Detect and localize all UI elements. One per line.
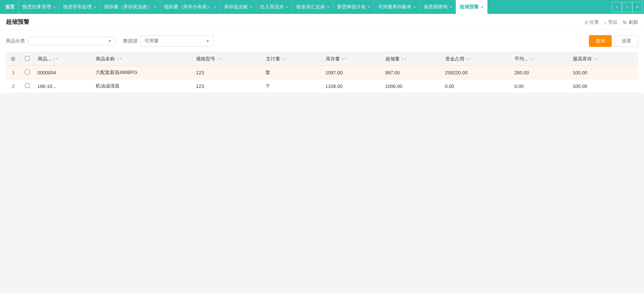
nav-pick-exception[interactable]: 拣货异常处理 ×: [59, 0, 100, 14]
nav-shelf-life[interactable]: 保质期查询 ×: [420, 0, 456, 14]
table-header-row: ⚙ 商品... ▲▼ 商品名称: [6, 52, 638, 66]
th-unit[interactable]: 主计量 ▲▼: [262, 52, 322, 66]
cell-unit: 个: [262, 79, 322, 93]
row-index: 2: [6, 79, 21, 93]
nav-close-arrow[interactable]: ×: [632, 2, 643, 12]
cell-spec: 123: [193, 66, 262, 79]
query-button[interactable]: 查询: [589, 35, 612, 47]
category-select[interactable]: ▼: [28, 37, 116, 45]
nav-overstock[interactable]: 超储预警 ×: [456, 0, 487, 14]
close-batch-account[interactable]: ×: [250, 5, 252, 9]
row-checkbox[interactable]: [25, 70, 30, 74]
th-avg[interactable]: 平均... ▲▼: [511, 52, 569, 66]
table-row: 2 186-10... 机油滤清器 123 个 1106.00 1006.00 …: [6, 79, 638, 93]
nav-available-account[interactable]: 可用量库存账本 ×: [374, 0, 420, 14]
export-button[interactable]: ↓ 导出: [604, 19, 618, 26]
cell-overstock: 997.00: [381, 66, 441, 79]
cell-max-stock: 100.00: [569, 66, 638, 79]
nav-prev-arrow[interactable]: ‹: [612, 2, 622, 12]
nav-stock-dist[interactable]: 现存量（库存分布表） ×: [160, 0, 220, 14]
sort-product-code-icon: ▲▼: [52, 58, 58, 60]
cell-product-code: 0000004: [34, 66, 92, 79]
table-container: ⚙ 商品... ▲▼ 商品名称: [0, 52, 644, 93]
datasource-filter: 数据源 可用量 ▼: [123, 36, 214, 47]
nav-receive-summary[interactable]: 收发存汇总表 ×: [293, 0, 333, 14]
row-checkbox-cell: [21, 79, 34, 93]
close-stock-dist[interactable]: ×: [214, 5, 216, 9]
topbar-nav-arrows: ‹ › ×: [612, 2, 643, 12]
cell-stock: 1106.00: [322, 79, 381, 93]
th-spec[interactable]: 规格型号 ▲▼: [193, 52, 262, 66]
export-icon: ↓: [604, 19, 607, 25]
share-button[interactable]: ⎋ 分享: [585, 19, 599, 26]
nav-home[interactable]: 首页: [1, 0, 19, 14]
sort-spec-icon: ▲▼: [217, 58, 223, 60]
cell-max-stock: 100.00: [569, 79, 638, 93]
sort-avg-icon: ▲▼: [530, 58, 535, 60]
th-product-name[interactable]: 商品名称 ▲▼: [92, 52, 193, 66]
cell-capital: 0.00: [441, 79, 511, 93]
close-inout-flow[interactable]: ×: [286, 5, 288, 9]
header-actions: ⎋ 分享 ↓ 导出 ↻ 刷新: [585, 19, 638, 26]
cell-product-name: 机油滤清器: [92, 79, 193, 93]
cell-avg: 260.00: [511, 66, 569, 79]
th-max-stock[interactable]: 最高库存 ▲▼: [569, 52, 638, 66]
table-row: 1 0000004 六配套新昌490BPG 123 套 1097.00 997.…: [6, 66, 638, 79]
close-stock-status[interactable]: ×: [154, 5, 156, 9]
close-shelf-life[interactable]: ×: [450, 5, 452, 9]
cell-product-code: 186-10...: [34, 79, 92, 93]
nav-stock-status[interactable]: 现存量（库存状况表） ×: [100, 0, 160, 14]
cell-product-name: 六配套新昌490BPG: [92, 66, 193, 79]
cell-overstock: 1006.00: [381, 79, 441, 93]
cell-spec: 123: [193, 79, 262, 93]
sort-product-name-icon: ▲▼: [116, 58, 122, 60]
th-settings: ⚙: [6, 52, 21, 66]
category-label: 商品分类: [6, 38, 25, 44]
sort-stock-icon: ▲▼: [341, 58, 347, 60]
close-pick-task[interactable]: ×: [53, 5, 55, 9]
sort-max-stock-icon: ▲▼: [593, 58, 599, 60]
nav-batch-account[interactable]: 库存批次账 ×: [220, 0, 256, 14]
th-capital[interactable]: 资金占用 ▲▼: [441, 52, 511, 66]
share-icon: ⎋: [585, 19, 588, 25]
refresh-icon: ↻: [623, 19, 627, 25]
sort-capital-icon: ▲▼: [466, 58, 472, 60]
row-index: 1: [6, 66, 21, 79]
th-product-code[interactable]: 商品... ▲▼: [34, 52, 92, 66]
th-stock[interactable]: 库存量 ▲▼: [322, 52, 381, 66]
close-overstock[interactable]: ×: [481, 5, 483, 9]
topbar: 首页 拣货任务管理 × 拣货异常处理 × 现存量（库存状况表） × 现存量（库存…: [0, 0, 644, 14]
table-settings-icon[interactable]: ⚙: [11, 56, 15, 62]
filter-actions: 查询 设置: [589, 35, 638, 47]
filter-bar: 商品分类 ▼ 数据源 可用量 ▼ 查询 设置: [0, 30, 644, 52]
cell-avg: 0.00: [511, 79, 569, 93]
close-receive-summary[interactable]: ×: [327, 5, 329, 9]
row-checkbox[interactable]: [25, 83, 30, 88]
data-table: ⚙ 商品... ▲▼ 商品名称: [6, 52, 638, 93]
table-body: 1 0000004 六配套新昌490BPG 123 套 1097.00 997.…: [6, 66, 638, 93]
page-header: 超储预警 ⎋ 分享 ↓ 导出 ↻ 刷新: [0, 14, 644, 30]
sort-overstock-icon: ▲▼: [401, 58, 407, 60]
datasource-value: 可用量: [144, 38, 159, 44]
select-all-checkbox[interactable]: [25, 56, 30, 61]
close-pick-exception[interactable]: ×: [94, 5, 96, 9]
row-checkbox-cell: [21, 66, 34, 79]
nav-order-stats[interactable]: 要货单统计表 ×: [333, 0, 374, 14]
cell-unit: 套: [262, 66, 322, 79]
category-arrow-icon: ▼: [108, 39, 112, 43]
close-available-account[interactable]: ×: [414, 5, 416, 9]
settings-button[interactable]: 设置: [615, 35, 638, 47]
cell-capital: 259220.00: [441, 66, 511, 79]
nav-next-arrow[interactable]: ›: [622, 2, 632, 12]
sort-unit-icon: ▲▼: [282, 58, 288, 60]
nav-inout-flow[interactable]: 出入库流水 ×: [256, 0, 292, 14]
datasource-arrow-icon: ▼: [206, 39, 210, 43]
close-order-stats[interactable]: ×: [368, 5, 370, 9]
category-filter: 商品分类 ▼: [6, 37, 116, 45]
refresh-button[interactable]: ↻ 刷新: [623, 19, 638, 26]
cell-stock: 1097.00: [322, 66, 381, 79]
datasource-select[interactable]: 可用量 ▼: [140, 36, 214, 47]
th-overstock[interactable]: 超储量 ▲▼: [381, 52, 441, 66]
th-checkbox: [21, 52, 34, 66]
nav-pick-task[interactable]: 拣货任务管理 ×: [19, 0, 59, 14]
